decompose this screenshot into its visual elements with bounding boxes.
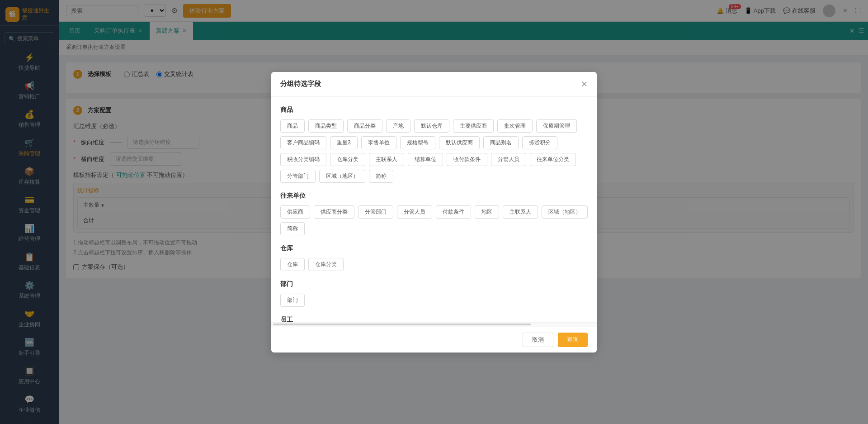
tag-goods-16[interactable]: 仓库分类 (330, 153, 365, 166)
tag-goods-23[interactable]: 区域（地区） (319, 170, 365, 183)
modal-horizontal-scrollbar[interactable] (271, 322, 597, 327)
tag-goods-2[interactable]: 商品分类 (347, 119, 382, 133)
section-department: 部门 部门 (280, 280, 588, 307)
tag-goods-4[interactable]: 默认仓库 (414, 119, 449, 133)
tag-goods-15[interactable]: 税收分类编码 (280, 153, 326, 166)
tag-goods-9[interactable]: 重量3 (330, 136, 358, 149)
section-department-tags: 部门 (280, 294, 588, 307)
modal-header: 分组待选字段 ✕ (271, 72, 597, 97)
modal-close-button[interactable]: ✕ (581, 79, 588, 89)
section-warehouse-tags: 仓库 仓库分类 (280, 258, 588, 271)
tag-cp-6[interactable]: 主联系人 (503, 205, 538, 219)
tag-goods-10[interactable]: 零售单位 (361, 136, 396, 149)
tag-goods-7[interactable]: 保质期管理 (536, 119, 577, 133)
tag-wh-0[interactable]: 仓库 (280, 258, 305, 271)
section-warehouse: 仓库 仓库 仓库分类 (280, 244, 588, 271)
hscroll-thumb (273, 324, 531, 325)
tag-goods-14[interactable]: 拣货积分 (522, 136, 557, 149)
tag-goods-24[interactable]: 简称 (369, 170, 393, 183)
section-counterpart: 往来单位 供应商 供应商分类 分管部门 分管人员 付款条件 地区 主联系人 区域… (280, 192, 588, 235)
section-warehouse-title: 仓库 (280, 244, 588, 252)
section-counterpart-title: 往来单位 (280, 192, 588, 200)
tag-goods-21[interactable]: 往来单位分类 (530, 153, 576, 166)
tag-goods-11[interactable]: 规格型号 (400, 136, 435, 149)
tag-goods-19[interactable]: 收付款条件 (447, 153, 487, 166)
tag-goods-8[interactable]: 客户商品编码 (280, 136, 326, 149)
tag-goods-5[interactable]: 主要供应商 (453, 119, 494, 133)
section-employee: 员工 业务员 (280, 316, 588, 322)
modal-footer: 取消 查询 (271, 327, 597, 353)
tag-cp-8[interactable]: 简称 (280, 222, 305, 235)
section-goods-title: 商品 (280, 106, 588, 114)
section-counterpart-tags: 供应商 供应商分类 分管部门 分管人员 付款条件 地区 主联系人 区域（地区） … (280, 205, 588, 235)
modal-title: 分组待选字段 (280, 80, 321, 88)
tag-goods-17[interactable]: 主联系人 (369, 153, 404, 166)
tag-cp-5[interactable]: 地区 (475, 205, 499, 219)
tag-cp-7[interactable]: 区域（地区） (542, 205, 588, 219)
tag-dept-0[interactable]: 部门 (280, 294, 305, 307)
tag-cp-4[interactable]: 付款条件 (436, 205, 471, 219)
tag-cp-1[interactable]: 供应商分类 (314, 205, 354, 219)
main-content: ▾ ⚙ 体验行业方案 🔔 消息 99+ 📱 App下载 💬 在线客服 (59, 0, 868, 424)
tag-cp-2[interactable]: 分管部门 (358, 205, 393, 219)
tag-goods-13[interactable]: 商品别名 (483, 136, 519, 149)
tag-goods-1[interactable]: 商品类型 (308, 119, 344, 133)
confirm-button[interactable]: 查询 (558, 333, 588, 347)
app-wrapper: 畅 畅捷通好生意 🔍 搜索菜单 ⚡ 快捷导航 📢 营销推广 💰 销售管理 🛒 采… (0, 0, 868, 424)
modal-body[interactable]: 商品 商品 商品类型 商品分类 产地 默认仓库 主要供应商 批次管理 保质期管理… (271, 97, 597, 322)
field-selection-modal: 分组待选字段 ✕ 商品 商品 商品类型 商品分类 产地 默认仓库 (271, 72, 597, 353)
section-goods: 商品 商品 商品类型 商品分类 产地 默认仓库 主要供应商 批次管理 保质期管理… (280, 106, 588, 183)
tag-cp-0[interactable]: 供应商 (280, 205, 310, 219)
tag-cp-3[interactable]: 分管人员 (397, 205, 432, 219)
section-employee-title: 员工 (280, 316, 588, 322)
section-department-title: 部门 (280, 280, 588, 288)
tag-goods-12[interactable]: 默认供应商 (439, 136, 480, 149)
tag-wh-1[interactable]: 仓库分类 (308, 258, 344, 271)
tag-goods-3[interactable]: 产地 (386, 119, 410, 133)
tag-goods-20[interactable]: 分管人员 (491, 153, 526, 166)
section-goods-tags: 商品 商品类型 商品分类 产地 默认仓库 主要供应商 批次管理 保质期管理 客户… (280, 119, 588, 183)
modal-overlay: 分组待选字段 ✕ 商品 商品 商品类型 商品分类 产地 默认仓库 (59, 0, 868, 424)
cancel-button[interactable]: 取消 (523, 333, 553, 347)
tag-goods-22[interactable]: 分管部门 (280, 170, 316, 183)
tag-goods-0[interactable]: 商品 (280, 119, 305, 133)
tag-goods-18[interactable]: 结算单位 (408, 153, 443, 166)
tag-goods-6[interactable]: 批次管理 (497, 119, 533, 133)
